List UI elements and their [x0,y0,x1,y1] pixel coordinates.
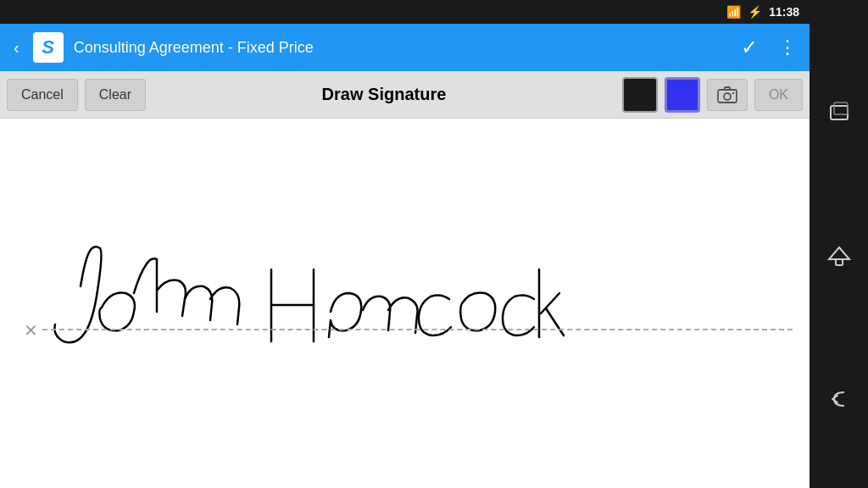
svg-rect-4 [834,103,848,114]
recents-button[interactable] [821,94,858,131]
cancel-button[interactable]: Cancel [7,79,78,111]
more-options-button[interactable]: ⋮ [771,30,803,65]
nav-title: Consulting Agreement - Fixed Price [74,39,727,57]
blue-color-swatch[interactable] [665,77,700,113]
ok-button[interactable]: OK [754,79,803,111]
side-navigation [810,24,868,488]
home-button[interactable] [821,237,858,274]
camera-button[interactable] [707,79,748,111]
svg-rect-3 [831,106,848,119]
confirm-button[interactable]: ✓ [734,29,765,66]
signature-drawing [0,119,810,488]
clear-button[interactable]: Clear [85,79,146,111]
black-color-swatch[interactable] [622,77,658,113]
signature-baseline [42,329,793,330]
svg-point-1 [724,93,731,100]
app-container: 📶 ⚡ 11:38 ‹ S Consulting Agreement - Fix… [0,0,810,488]
svg-marker-5 [829,247,849,259]
system-back-button[interactable] [821,380,858,418]
signature-x-mark: ✕ [24,320,38,341]
status-time: 11:38 [769,5,799,19]
signature-toolbar: Cancel Clear Draw Signature OK [0,71,810,119]
svg-rect-6 [836,259,843,265]
wifi-icon: 📶 [726,5,741,19]
back-button[interactable]: ‹ [7,31,26,64]
draw-signature-label: Draw Signature [153,85,615,104]
app-logo: S [33,32,64,63]
signature-canvas[interactable]: ✕ [0,119,810,488]
battery-icon: ⚡ [748,5,762,19]
status-bar: 📶 ⚡ 11:38 [0,0,810,24]
svg-point-2 [732,92,734,93]
nav-bar: ‹ S Consulting Agreement - Fixed Price ✓… [0,24,810,71]
